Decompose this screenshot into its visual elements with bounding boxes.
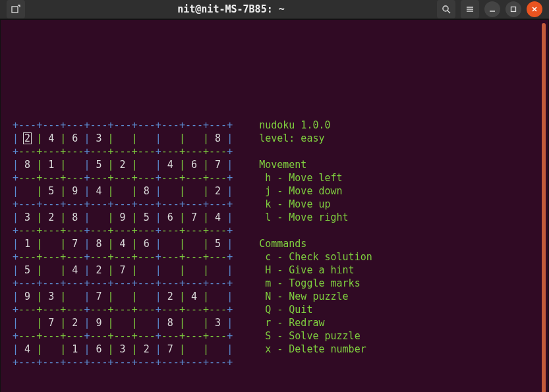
- grid-cell[interactable]: 3: [24, 211, 30, 223]
- cursor-cell[interactable]: 2: [23, 132, 32, 144]
- grid-cell[interactable]: 1: [72, 343, 78, 355]
- grid-separator: +---+---+---+---+---+---+---+---+---+: [13, 303, 233, 316]
- grid-cell[interactable]: 6: [96, 343, 101, 355]
- grid-cell[interactable]: 6: [144, 238, 150, 250]
- grid-cell[interactable]: [120, 132, 126, 144]
- grid-cell[interactable]: 4: [120, 238, 126, 250]
- search-button[interactable]: [437, 0, 455, 18]
- grid-cell[interactable]: [191, 238, 197, 250]
- grid-cell[interactable]: 2: [167, 291, 173, 302]
- grid-separator: +---+---+---+---+---+---+---+---+---+: [13, 250, 233, 264]
- grid-cell[interactable]: 5: [215, 238, 221, 250]
- close-button[interactable]: [527, 1, 542, 17]
- grid-cell[interactable]: 9: [24, 291, 30, 302]
- maximize-button[interactable]: [506, 1, 521, 17]
- grid-cell[interactable]: [167, 264, 173, 276]
- sudoku-grid[interactable]: +---+---+---+---+---+---+---+---+---+| 2…: [13, 119, 233, 369]
- grid-cell[interactable]: 3: [96, 132, 101, 144]
- grid-cell[interactable]: [144, 317, 150, 329]
- grid-cell[interactable]: [215, 291, 221, 302]
- grid-cell[interactable]: 8: [96, 238, 101, 250]
- new-tab-button[interactable]: [7, 0, 25, 18]
- grid-cell[interactable]: 6: [72, 132, 78, 144]
- grid-cell[interactable]: [24, 185, 30, 197]
- grid-cell[interactable]: 7: [72, 238, 78, 250]
- maximize-icon: [510, 6, 517, 13]
- grid-cell[interactable]: [191, 317, 197, 329]
- grid-cell[interactable]: 5: [144, 211, 150, 223]
- grid-cell[interactable]: [191, 185, 197, 197]
- grid-cell[interactable]: 1: [48, 159, 54, 171]
- grid-cell[interactable]: 7: [167, 343, 173, 355]
- grid-cell[interactable]: [48, 343, 54, 355]
- grid-cell[interactable]: 7: [120, 264, 126, 276]
- grid-cell[interactable]: 1: [24, 238, 30, 250]
- grid-cell[interactable]: [215, 343, 221, 355]
- grid-cell[interactable]: [144, 159, 150, 171]
- hamburger-menu-button[interactable]: [461, 0, 479, 18]
- grid-cell[interactable]: [72, 291, 78, 302]
- grid-cell[interactable]: [144, 132, 150, 144]
- grid-cell[interactable]: 5: [24, 264, 30, 276]
- grid-separator: +---+---+---+---+---+---+---+---+---+: [13, 356, 233, 369]
- grid-cell[interactable]: 3: [120, 343, 126, 355]
- grid-cell[interactable]: [191, 343, 197, 355]
- grid-cell[interactable]: 3: [48, 291, 54, 302]
- help-line: k - Move up: [259, 198, 372, 211]
- grid-cell[interactable]: [167, 238, 173, 250]
- grid-cell[interactable]: 4: [96, 185, 101, 197]
- grid-cell[interactable]: 2: [215, 185, 221, 197]
- grid-cell[interactable]: [144, 291, 150, 302]
- grid-cell[interactable]: 2: [72, 317, 78, 329]
- grid-cell[interactable]: 2: [48, 211, 54, 223]
- grid-cell[interactable]: 7: [96, 291, 101, 302]
- grid-cell[interactable]: [24, 317, 30, 329]
- grid-cell[interactable]: 7: [48, 317, 54, 329]
- grid-cell[interactable]: 7: [215, 159, 221, 171]
- grid-cell[interactable]: 9: [72, 185, 78, 197]
- grid-separator: +---+---+---+---+---+---+---+---+---+: [13, 171, 233, 184]
- grid-cell[interactable]: [48, 264, 54, 276]
- grid-cell[interactable]: 4: [24, 343, 30, 355]
- grid-cell[interactable]: [191, 132, 197, 144]
- grid-cell[interactable]: [120, 185, 126, 197]
- grid-row: | 5 | | 4 | 2 | 7 | | | | |: [13, 264, 233, 277]
- help-line: j - Move down: [259, 184, 372, 198]
- grid-cell[interactable]: 4: [167, 159, 173, 171]
- grid-cell[interactable]: [167, 185, 173, 197]
- grid-cell[interactable]: 4: [72, 264, 78, 276]
- grid-cell[interactable]: 8: [144, 185, 150, 197]
- grid-cell[interactable]: [96, 211, 101, 223]
- grid-cell[interactable]: [144, 264, 150, 276]
- grid-cell[interactable]: 8: [24, 159, 30, 171]
- grid-cell[interactable]: 4: [215, 211, 221, 223]
- grid-cell[interactable]: 3: [215, 317, 221, 329]
- grid-cell[interactable]: 2: [120, 159, 126, 171]
- grid-cell[interactable]: [120, 317, 126, 329]
- grid-cell[interactable]: 8: [167, 317, 173, 329]
- grid-cell[interactable]: 9: [96, 317, 101, 329]
- grid-cell[interactable]: [120, 291, 126, 302]
- grid-cell[interactable]: 8: [72, 211, 78, 223]
- grid-cell[interactable]: 2: [144, 343, 150, 355]
- grid-cell[interactable]: 5: [48, 185, 54, 197]
- level-line: level: easy: [259, 132, 372, 145]
- help-line: h - Move left: [259, 171, 372, 184]
- grid-cell[interactable]: 6: [167, 211, 173, 223]
- grid-cell[interactable]: 8: [215, 132, 221, 144]
- grid-cell[interactable]: 2: [96, 264, 101, 276]
- grid-cell[interactable]: [48, 238, 54, 250]
- grid-cell[interactable]: [215, 264, 221, 276]
- grid-cell[interactable]: 9: [120, 211, 126, 223]
- grid-separator: +---+---+---+---+---+---+---+---+---+: [13, 198, 233, 211]
- grid-cell[interactable]: [191, 264, 197, 276]
- grid-cell[interactable]: 4: [191, 291, 197, 302]
- grid-cell[interactable]: 6: [191, 159, 197, 171]
- grid-cell[interactable]: [167, 132, 173, 144]
- grid-cell[interactable]: 4: [48, 132, 54, 144]
- grid-cell[interactable]: [72, 159, 78, 171]
- minimize-button[interactable]: [484, 1, 500, 17]
- terminal-body[interactable]: +---+---+---+---+---+---+---+---+---+| 2…: [0, 19, 549, 392]
- grid-cell[interactable]: 7: [191, 211, 197, 223]
- grid-cell[interactable]: 5: [96, 159, 101, 171]
